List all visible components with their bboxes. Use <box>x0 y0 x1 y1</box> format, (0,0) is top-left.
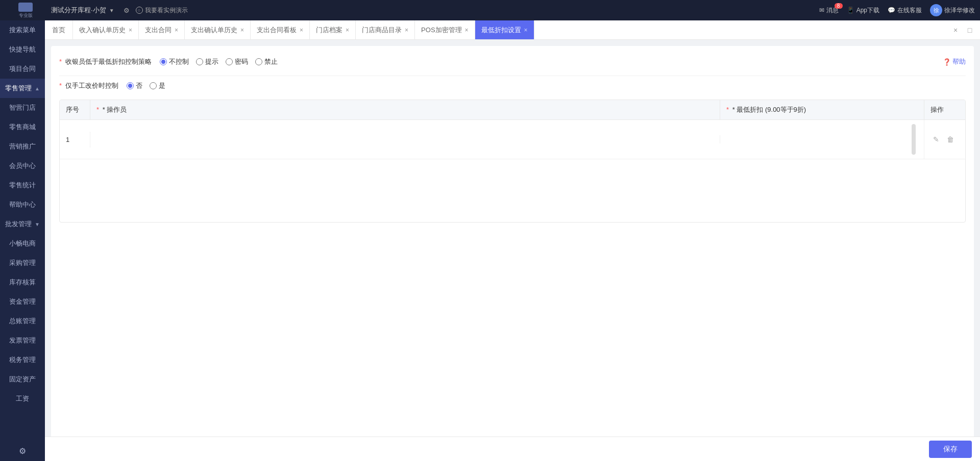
table-scrollbar[interactable] <box>912 124 916 155</box>
tab-expense-history-close[interactable]: × <box>240 27 244 34</box>
tab-expense-contract[interactable]: 支出合同 × <box>139 20 185 40</box>
radio-no-control-input[interactable] <box>160 58 167 65</box>
tab-store-products[interactable]: 门店商品目录 × <box>356 20 415 40</box>
page-content: * 收银员低于最低折扣控制策略 不控制 提示 <box>45 40 980 436</box>
table-header: 序号 * * 操作员 * * 最低折扣 (9.00等于9折) 操作 <box>60 100 965 120</box>
tab-store-archive-close[interactable]: × <box>346 27 349 34</box>
scrollbar-cell <box>726 124 918 155</box>
app-logo: 专业版 <box>5 3 46 18</box>
help-button[interactable]: ❓ 帮助 <box>943 57 966 66</box>
content-area: 首页 收入确认单历史 × 支出合同 × 支出确认单历史 × 支出合同看板 × 门… <box>45 20 980 461</box>
sidebar-item-help-center[interactable]: 帮助中心 <box>0 195 45 214</box>
sidebar-item-inventory[interactable]: 库存核算 <box>0 273 45 292</box>
tab-home-label: 首页 <box>52 26 65 35</box>
tab-expense-board-close[interactable]: × <box>300 27 303 34</box>
radio-manual-yes-label: 是 <box>159 81 165 90</box>
tab-expand-btn[interactable]: □ <box>964 24 976 36</box>
sidebar-item-smart-store[interactable]: 智营门店 <box>0 98 45 117</box>
sidebar-item-retail-stats[interactable]: 零售统计 <box>0 176 45 195</box>
tab-store-products-label: 门店商品目录 <box>362 26 402 35</box>
sidebar-item-wholesale[interactable]: 批发管理 ▼ <box>0 214 45 234</box>
tab-store-archive[interactable]: 门店档案 × <box>310 20 356 40</box>
main-layout: 搜索菜单 快捷导航 项目合同 零售管理 ▲ 智营门店 零售商城 营销推广 会员中… <box>0 20 980 461</box>
user-profile-btn[interactable]: 徐 徐泽华修改 <box>930 4 975 16</box>
radio-password-input[interactable] <box>226 58 233 65</box>
sidebar-settings-btn[interactable]: ⚙ <box>0 441 45 461</box>
sidebar-item-member-center[interactable]: 会员中心 <box>0 156 45 176</box>
sidebar-item-project-contract[interactable]: 项目合同 <box>0 59 45 79</box>
tab-expense-history[interactable]: 支出确认单历史 × <box>185 20 251 40</box>
radio-remind[interactable]: 提示 <box>196 57 218 66</box>
save-button[interactable]: 保存 <box>929 441 972 458</box>
settings-icon[interactable]: ⚙ <box>124 7 130 14</box>
sidebar-item-search[interactable]: 搜索菜单 <box>0 20 45 40</box>
logo-icon <box>18 3 33 12</box>
online-service-btn[interactable]: 💬 在线客服 <box>888 6 922 15</box>
tab-expense-contract-close[interactable]: × <box>175 27 178 34</box>
radio-manual-no-label: 否 <box>136 81 142 90</box>
delete-icon[interactable]: 🗑 <box>945 134 956 145</box>
tab-expense-board[interactable]: 支出合同看板 × <box>251 20 310 40</box>
sidebar-settings-icon: ⚙ <box>19 447 26 455</box>
sidebar-item-project-contract-label: 项目合同 <box>9 64 36 74</box>
demo-circle-icon: ○ <box>136 7 143 14</box>
sidebar-item-invoice[interactable]: 发票管理 <box>0 331 45 350</box>
sidebar-item-payroll[interactable]: 工资 <box>0 389 45 408</box>
radio-manual-yes[interactable]: 是 <box>150 81 165 90</box>
th-action: 操作 <box>924 100 965 119</box>
sidebar-item-general-ledger[interactable]: 总账管理 <box>0 311 45 331</box>
demo-link[interactable]: ○ 我要看实例演示 <box>136 6 188 15</box>
tab-close-btn[interactable]: × <box>949 24 962 36</box>
tab-pos-encryption-close[interactable]: × <box>465 27 469 34</box>
sidebar-item-purchase[interactable]: 采购管理 <box>0 253 45 273</box>
sidebar-item-inventory-label: 库存核算 <box>9 278 36 287</box>
radio-forbid-input[interactable] <box>255 58 262 65</box>
radio-manual-no[interactable]: 否 <box>127 81 142 90</box>
th-operator: * * 操作员 <box>90 100 720 119</box>
radio-manual-no-input[interactable] <box>127 82 134 89</box>
project-selector[interactable]: 测试分开库程·小贺 ▼ <box>46 6 119 15</box>
sidebar-item-tax-label: 税务管理 <box>9 355 36 365</box>
messages-btn[interactable]: ✉ 消息 8 <box>819 6 839 15</box>
radio-manual-yes-input[interactable] <box>150 82 157 89</box>
th-discount-required: * <box>726 106 729 113</box>
sidebar-retail-expand-arrow: ▲ <box>35 86 40 91</box>
sidebar-item-quick-nav[interactable]: 快捷导航 <box>0 40 45 59</box>
radio-forbid[interactable]: 禁止 <box>255 57 278 66</box>
tab-min-discount[interactable]: 最低折扣设置 × <box>475 20 534 40</box>
download-icon: 📱 <box>847 7 854 14</box>
sidebar-item-fund-mgmt[interactable]: 资金管理 <box>0 292 45 311</box>
td-operator <box>90 135 720 143</box>
tab-income-history[interactable]: 收入确认单历史 × <box>73 20 139 40</box>
sidebar-item-tax[interactable]: 税务管理 <box>0 350 45 370</box>
sidebar-item-retail-mgmt[interactable]: 零售管理 ▲ <box>0 79 45 98</box>
action-icons: ✎ 🗑 <box>930 134 959 145</box>
sidebar-item-fixed-assets[interactable]: 固定资产 <box>0 370 45 389</box>
sidebar-item-purchase-label: 采购管理 <box>9 258 36 268</box>
sidebar-item-ecommerce[interactable]: 小畅电商 <box>0 234 45 253</box>
td-index: 1 <box>60 132 90 148</box>
tab-expense-history-label: 支出确认单历史 <box>191 26 237 35</box>
table-row: 1 ✎ 🗑 <box>60 120 965 159</box>
radio-no-control[interactable]: 不控制 <box>160 57 189 66</box>
tab-expense-contract-label: 支出合同 <box>145 26 172 35</box>
tab-pos-encryption[interactable]: POS加密管理 × <box>415 20 475 40</box>
tab-min-discount-close[interactable]: × <box>524 27 528 34</box>
th-operator-required: * <box>96 106 99 113</box>
sidebar-item-payroll-label: 工资 <box>16 394 29 403</box>
project-name: 测试分开库程·小贺 <box>51 6 106 15</box>
sidebar-item-retail-mall[interactable]: 零售商城 <box>0 117 45 137</box>
help-label: 帮助 <box>952 57 966 66</box>
tab-home[interactable]: 首页 <box>45 20 73 40</box>
sidebar-item-general-ledger-label: 总账管理 <box>9 317 36 326</box>
messages-badge: 8 <box>835 3 843 9</box>
tab-income-history-close[interactable]: × <box>129 27 132 34</box>
radio-password[interactable]: 密码 <box>226 57 248 66</box>
app-download-btn[interactable]: 📱 App下载 <box>847 6 879 15</box>
tab-bar: 首页 收入确认单历史 × 支出合同 × 支出确认单历史 × 支出合同看板 × 门… <box>45 20 980 40</box>
tab-store-products-close[interactable]: × <box>405 27 408 34</box>
sidebar-wholesale-expand-arrow: ▼ <box>35 222 40 227</box>
radio-remind-input[interactable] <box>196 58 203 65</box>
edit-icon[interactable]: ✎ <box>930 134 942 145</box>
sidebar-item-marketing[interactable]: 营销推广 <box>0 137 45 156</box>
